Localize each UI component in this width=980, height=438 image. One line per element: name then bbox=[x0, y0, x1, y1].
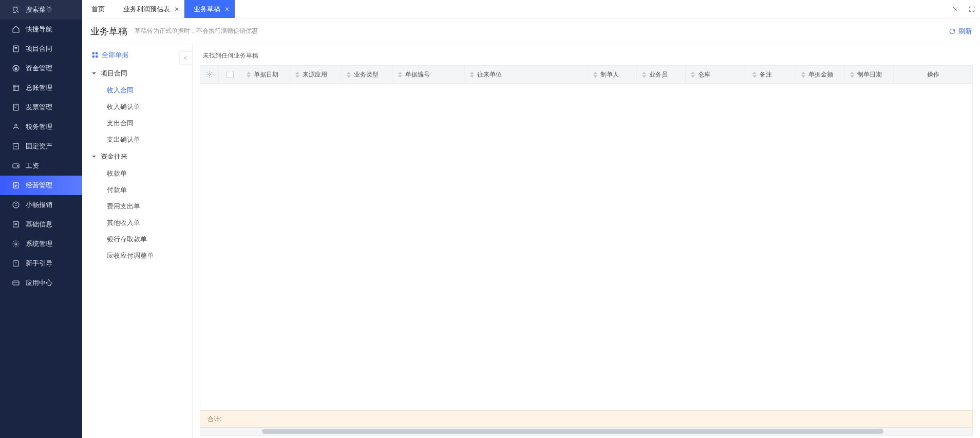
tab-label: 业务草稿 bbox=[194, 5, 220, 14]
sidebar-item-project-contract[interactable]: 项目合同 bbox=[0, 39, 82, 59]
sidebar-label: 固定资产 bbox=[26, 142, 52, 151]
asset-icon bbox=[11, 142, 21, 151]
tree-group-label: 资金往来 bbox=[101, 152, 127, 161]
svg-rect-34 bbox=[96, 52, 98, 54]
yen-icon bbox=[11, 64, 21, 73]
svg-point-0 bbox=[13, 7, 17, 11]
briefcase-icon bbox=[11, 181, 21, 190]
sort-icon bbox=[752, 71, 757, 78]
th-creator[interactable]: 制单人 bbox=[588, 66, 637, 83]
th-checkbox[interactable] bbox=[219, 66, 241, 83]
svg-point-14 bbox=[15, 124, 17, 126]
tree-leaf-receipt[interactable]: 收款单 bbox=[91, 165, 183, 182]
tab-biz-draft[interactable]: 业务草稿 ✕ bbox=[184, 0, 235, 18]
wallet-icon bbox=[11, 161, 21, 170]
th-biz-type[interactable]: 业务类型 bbox=[342, 66, 393, 83]
search-icon bbox=[11, 5, 21, 14]
tab-profit-est[interactable]: 业务利润预估表 ✕ bbox=[114, 0, 184, 18]
page-header: 业务草稿 草稿转为正式单据时，不会执行满赠促销优惠 刷新 bbox=[82, 18, 980, 44]
sidebar-label: 搜索菜单 bbox=[26, 5, 52, 14]
th-remark[interactable]: 备注 bbox=[747, 66, 796, 83]
close-all-icon[interactable] bbox=[950, 4, 960, 14]
guide-icon bbox=[11, 259, 21, 268]
ledger-icon bbox=[11, 83, 21, 92]
checkbox[interactable] bbox=[227, 71, 234, 78]
th-salesperson[interactable]: 业务员 bbox=[637, 66, 686, 83]
th-create-date[interactable]: 制单日期 bbox=[845, 66, 894, 83]
tree-leaf-expense[interactable]: 费用支出单 bbox=[91, 198, 183, 215]
horizontal-scrollbar[interactable] bbox=[200, 428, 973, 436]
tree-leaf-income-confirm[interactable]: 收入确认单 bbox=[91, 99, 183, 115]
sidebar-item-fund-mgmt[interactable]: 资金管理 bbox=[0, 59, 82, 78]
sidebar-label: 经营管理 bbox=[26, 181, 52, 190]
main-area: 首页 业务利润预估表 ✕ 业务草稿 ✕ 业务草稿 草稿转为正式单据时，不会执行满… bbox=[82, 0, 980, 438]
svg-rect-36 bbox=[96, 55, 98, 58]
gear-icon bbox=[206, 71, 213, 78]
svg-rect-8 bbox=[13, 85, 19, 91]
fullscreen-icon[interactable] bbox=[967, 4, 977, 14]
tree-leaf-other-income[interactable]: 其他收入单 bbox=[91, 215, 183, 231]
sort-icon bbox=[347, 71, 351, 78]
collapse-panel-button[interactable] bbox=[179, 51, 193, 65]
sidebar-item-newbie-guide[interactable]: 新手引导 bbox=[0, 254, 82, 273]
sidebar-item-app-center[interactable]: 应用中心 bbox=[0, 273, 82, 293]
sidebar-item-xiaochang[interactable]: 小畅报销 bbox=[0, 195, 82, 215]
chevron-down-icon bbox=[91, 154, 98, 159]
th-source-app[interactable]: 来源应用 bbox=[290, 66, 342, 83]
svg-point-23 bbox=[13, 202, 19, 208]
tab-home[interactable]: 首页 bbox=[82, 0, 114, 18]
close-icon[interactable]: ✕ bbox=[224, 6, 230, 13]
all-documents[interactable]: 全部单据 bbox=[82, 50, 192, 65]
tree-leaf-expense-confirm[interactable]: 支出确认单 bbox=[91, 131, 183, 148]
tree-leaf-income-contract[interactable]: 收入合同 bbox=[91, 82, 183, 99]
sort-icon bbox=[642, 71, 646, 78]
sort-icon bbox=[691, 71, 695, 78]
sidebar-item-basic-info[interactable]: 基础信息 bbox=[0, 215, 82, 234]
table: 单据日期 来源应用 业务类型 单据编号 往来单位 制单人 业务员 仓库 备注 单… bbox=[200, 65, 973, 438]
sort-icon bbox=[593, 71, 597, 78]
page-subtitle: 草稿转为正式单据时，不会执行满赠促销优惠 bbox=[135, 27, 949, 35]
svg-point-37 bbox=[209, 73, 211, 75]
close-icon[interactable]: ✕ bbox=[174, 6, 179, 13]
sidebar-label: 系统管理 bbox=[26, 239, 52, 249]
main-sidebar: 搜索菜单 快捷导航 项目合同 资金管理 总账管理 发票管理 税务管理 固定资产 … bbox=[0, 0, 82, 438]
tree-group-header[interactable]: 资金往来 bbox=[91, 148, 183, 165]
refresh-button[interactable]: 刷新 bbox=[949, 27, 972, 36]
all-documents-label: 全部单据 bbox=[102, 50, 128, 60]
th-partner[interactable]: 往来单位 bbox=[465, 66, 588, 83]
th-warehouse[interactable]: 仓库 bbox=[686, 66, 747, 83]
tree-leaf-payment[interactable]: 付款单 bbox=[91, 182, 183, 198]
sidebar-label: 发票管理 bbox=[26, 103, 52, 112]
refresh-icon bbox=[949, 28, 956, 35]
sidebar-item-ledger-mgmt[interactable]: 总账管理 bbox=[0, 78, 82, 98]
th-settings[interactable] bbox=[200, 66, 219, 83]
sort-icon bbox=[470, 71, 474, 78]
sidebar-item-biz-mgmt[interactable]: 经营管理 bbox=[0, 176, 82, 195]
svg-rect-24 bbox=[13, 222, 19, 227]
table-panel: 未找到任何业务草稿 单据日期 来源应用 业务类型 单据编号 往来单位 制单人 业… bbox=[193, 44, 980, 438]
th-amount[interactable]: 单据金额 bbox=[796, 66, 845, 83]
th-doc-no[interactable]: 单据编号 bbox=[393, 66, 465, 83]
tree-leaf-bank-deposit[interactable]: 银行存取款单 bbox=[91, 231, 183, 247]
sidebar-label: 总账管理 bbox=[26, 83, 52, 92]
document-icon bbox=[11, 44, 21, 53]
tree-group-header[interactable]: 项目合同 bbox=[91, 65, 183, 82]
tree-leaf-ar-ap-adjust[interactable]: 应收应付调整单 bbox=[91, 247, 183, 264]
sidebar-item-tax-mgmt[interactable]: 税务管理 bbox=[0, 117, 82, 137]
sidebar-item-search-menu[interactable]: 搜索菜单 bbox=[0, 0, 82, 20]
sidebar-item-invoice-mgmt[interactable]: 发票管理 bbox=[0, 98, 82, 117]
sidebar-label: 小畅报销 bbox=[26, 200, 52, 210]
tree-leaf-expense-contract[interactable]: 支出合同 bbox=[91, 115, 183, 131]
sidebar-label: 快捷导航 bbox=[26, 25, 52, 34]
sidebar-item-fixed-assets[interactable]: 固定资产 bbox=[0, 137, 82, 156]
sidebar-item-quick-nav[interactable]: 快捷导航 bbox=[0, 20, 82, 39]
sort-icon bbox=[398, 71, 402, 78]
sidebar-item-sys-mgmt[interactable]: 系统管理 bbox=[0, 234, 82, 254]
app-icon bbox=[11, 278, 21, 288]
refresh-label: 刷新 bbox=[958, 27, 972, 36]
sidebar-item-salary[interactable]: 工资 bbox=[0, 156, 82, 176]
scrollbar-thumb[interactable] bbox=[262, 429, 883, 434]
sort-icon bbox=[247, 71, 251, 78]
page-title: 业务草稿 bbox=[90, 25, 127, 37]
th-doc-date[interactable]: 单据日期 bbox=[241, 66, 290, 83]
